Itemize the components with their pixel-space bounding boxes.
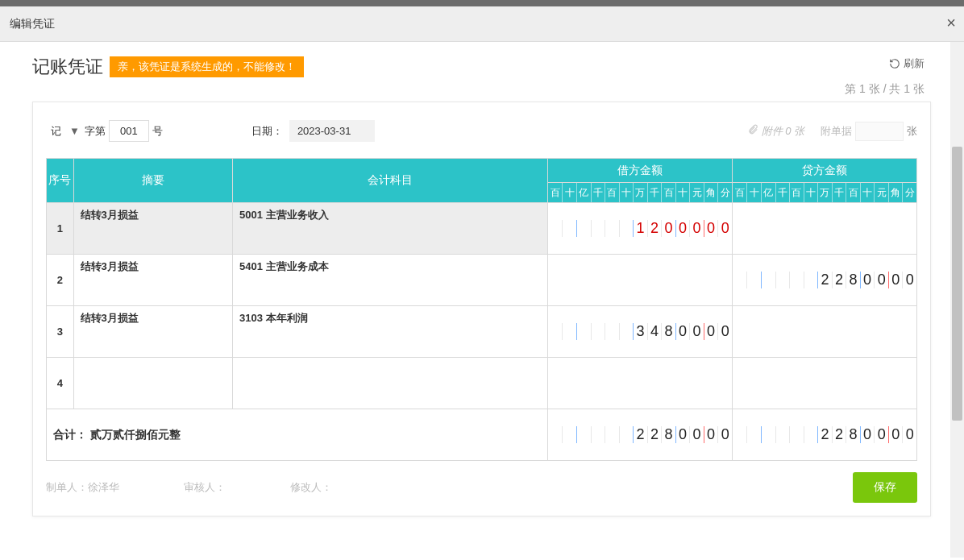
vertical-scrollbar[interactable] bbox=[950, 42, 964, 558]
table-row[interactable]: 4 bbox=[47, 358, 917, 409]
editor-label: 修改人： bbox=[290, 480, 332, 495]
voucher-card: 记 ▼ 字第 001 号 日期： 2023-03-31 附件 0 张 附单据 bbox=[32, 102, 931, 516]
voucher-table: 序号 摘要 会计科目 借方金额 贷方金额 百十亿千百十万千百十元角分 百十亿千百… bbox=[46, 158, 917, 461]
row-summary[interactable] bbox=[73, 358, 233, 409]
warning-tag: 亲，该凭证是系统生成的，不能修改！ bbox=[110, 56, 304, 77]
row-summary[interactable]: 结转3月损益 bbox=[73, 306, 233, 358]
attachment-link[interactable]: 附件 0 张 bbox=[747, 124, 804, 139]
date-label: 日期： bbox=[251, 124, 283, 139]
row-account[interactable]: 5001 主营业务收入 bbox=[233, 203, 548, 255]
row-index: 2 bbox=[47, 255, 74, 306]
voucher-type-select[interactable]: 记 bbox=[46, 122, 66, 140]
voucher-footer: 制单人：徐泽华 审核人： 修改人： 保存 bbox=[46, 472, 917, 503]
voucher-number-input[interactable]: 001 bbox=[109, 120, 149, 142]
maker-label: 制单人： bbox=[46, 481, 88, 493]
th-credit-units: 百十亿千百十万千百十元角分 bbox=[732, 183, 916, 203]
total-label: 合计： 贰万贰仟捌佰元整 bbox=[47, 409, 548, 461]
date-input[interactable]: 2023-03-31 bbox=[289, 120, 376, 142]
th-debit: 借方金额 bbox=[547, 159, 732, 183]
refresh-icon bbox=[889, 58, 900, 69]
label-hao: 号 bbox=[152, 124, 163, 139]
voucher-header: 记 ▼ 字第 001 号 日期： 2023-03-31 附件 0 张 附单据 bbox=[46, 120, 917, 142]
refresh-button[interactable]: 刷新 bbox=[889, 56, 925, 71]
th-index: 序号 bbox=[47, 159, 74, 203]
total-debit: 2280000 bbox=[547, 409, 732, 461]
row-account[interactable]: 3103 本年利润 bbox=[233, 306, 548, 358]
row-credit[interactable] bbox=[732, 358, 916, 409]
th-credit: 贷方金额 bbox=[732, 159, 916, 183]
row-debit[interactable]: 3480000 bbox=[547, 306, 732, 358]
window-topbar bbox=[0, 0, 964, 6]
row-summary[interactable]: 结转3月损益 bbox=[73, 203, 233, 255]
row-index: 1 bbox=[47, 203, 74, 255]
save-button[interactable]: 保存 bbox=[853, 472, 917, 503]
table-row[interactable]: 1结转3月损益5001 主营业务收入1200000 bbox=[47, 203, 917, 255]
table-row[interactable]: 2结转3月损益5401 主营业务成本2280000 bbox=[47, 255, 917, 306]
attachment-count-input[interactable] bbox=[855, 122, 904, 141]
row-account[interactable]: 5401 主营业务成本 bbox=[233, 255, 548, 306]
dialog-title: 编辑凭证 bbox=[10, 17, 55, 31]
label-zhang: 张 bbox=[907, 124, 917, 139]
voucher-rows: 1结转3月损益5001 主营业务收入12000002结转3月损益5401 主营业… bbox=[47, 203, 917, 461]
row-credit[interactable] bbox=[732, 203, 916, 255]
th-debit-units: 百十亿千百十万千百十元角分 bbox=[547, 183, 732, 203]
close-icon[interactable]: × bbox=[946, 15, 956, 31]
dialog-header: 编辑凭证 × bbox=[0, 6, 964, 42]
row-debit[interactable] bbox=[547, 358, 732, 409]
th-summary: 摘要 bbox=[73, 159, 233, 203]
voucher-page-count: 第 1 张 / 共 1 张 bbox=[32, 82, 931, 97]
table-row[interactable]: 3结转3月损益3103 本年利润3480000 bbox=[47, 306, 917, 358]
paperclip-icon bbox=[747, 124, 758, 138]
row-credit[interactable] bbox=[732, 306, 916, 358]
row-account[interactable] bbox=[233, 358, 548, 409]
refresh-label: 刷新 bbox=[904, 56, 925, 71]
total-credit: 2280000 bbox=[732, 409, 916, 461]
page-title: 记账凭证 bbox=[32, 55, 103, 79]
scrollbar-thumb[interactable] bbox=[952, 147, 962, 421]
label-fudanju: 附单据 bbox=[821, 124, 852, 139]
row-summary[interactable]: 结转3月损益 bbox=[73, 255, 233, 306]
row-debit[interactable]: 1200000 bbox=[547, 203, 732, 255]
maker-name: 徐泽华 bbox=[88, 481, 119, 493]
page-body: 记账凭证 亲，该凭证是系统生成的，不能修改！ 刷新 第 1 张 / 共 1 张 … bbox=[0, 42, 950, 536]
chevron-down-icon[interactable]: ▼ bbox=[69, 125, 80, 137]
row-debit[interactable] bbox=[547, 255, 732, 306]
total-row: 合计： 贰万贰仟捌佰元整22800002280000 bbox=[47, 409, 917, 461]
row-credit[interactable]: 2280000 bbox=[732, 255, 916, 306]
label-zidi: 字第 bbox=[85, 124, 106, 139]
th-account: 会计科目 bbox=[233, 159, 548, 203]
auditor-label: 审核人： bbox=[184, 480, 226, 495]
row-index: 4 bbox=[47, 358, 74, 409]
attachment-count: 附件 0 张 bbox=[762, 124, 804, 139]
row-index: 3 bbox=[47, 306, 74, 358]
